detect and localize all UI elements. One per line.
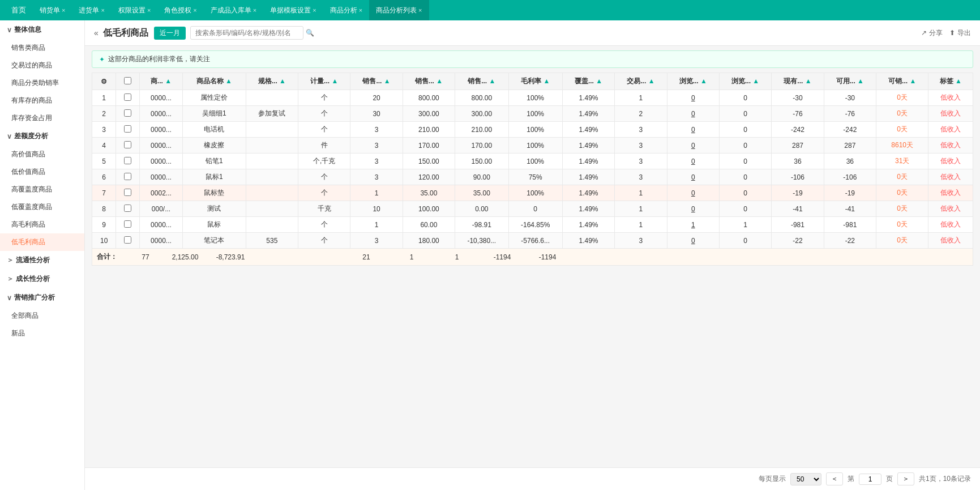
nav-permission[interactable]: 权限设置 × <box>112 0 157 20</box>
row-checkbox[interactable] <box>124 141 131 148</box>
row-v5: 1.49% <box>562 217 614 233</box>
sidebar-collapse-button[interactable]: « <box>94 28 99 37</box>
row-browse-link[interactable]: 0 <box>691 173 695 181</box>
row-checkbox[interactable] <box>124 204 131 212</box>
sidebar-item-high-value[interactable]: 高价值商品 <box>0 146 84 163</box>
col-coverage[interactable]: 覆盖... ▲ <box>562 73 614 90</box>
sidebar-item-category-rate[interactable]: 商品分类助销率 <box>0 74 84 92</box>
row-checkbox[interactable] <box>124 93 131 101</box>
row-browse-link[interactable]: 0 <box>691 237 695 245</box>
nav-purchase[interactable]: 进货单 × <box>72 0 111 20</box>
nav-analysis-list-close[interactable]: × <box>418 7 422 14</box>
nav-sales-close[interactable]: × <box>62 7 65 14</box>
sidebar-section-value[interactable]: ∨ 差额度分析 <box>0 127 84 146</box>
col-saleable[interactable]: 可销... ▲ <box>876 73 928 90</box>
row-v10: -22 <box>824 233 876 249</box>
sidebar-item-high-margin[interactable]: 高毛利商品 <box>0 216 84 233</box>
sidebar-item-low-coverage[interactable]: 低覆盖度商品 <box>0 198 84 216</box>
export-button[interactable]: ⬆ 导出 <box>949 28 971 38</box>
row-browse-link[interactable]: 0 <box>691 157 695 165</box>
per-page-select[interactable]: 50 100 200 <box>790 473 821 485</box>
row-v6: 3 <box>615 138 667 154</box>
nav-sales[interactable]: 销货单 × <box>33 0 72 20</box>
nav-product-entry-close[interactable]: × <box>253 7 256 14</box>
row-browse-link[interactable]: 1 <box>691 221 695 229</box>
row-browse-link[interactable]: 0 <box>691 142 695 150</box>
col-margin-rate[interactable]: 毛利率 ▲ <box>508 73 562 90</box>
row-browse-link[interactable]: 0 <box>691 126 695 134</box>
nav-home[interactable]: 首页 <box>5 0 33 20</box>
sidebar-section-marketing[interactable]: ∨ 营销推广分析 <box>0 288 84 307</box>
row-checkbox[interactable] <box>124 220 131 228</box>
row-checkbox[interactable] <box>124 125 131 133</box>
row-browse-link[interactable]: 0 <box>691 110 695 118</box>
sidebar-item-high-coverage[interactable]: 高覆盖度商品 <box>0 181 84 198</box>
row-checkbox[interactable] <box>124 189 131 196</box>
col-transaction[interactable]: 交易... ▲ <box>615 73 667 90</box>
sidebar-item-capital[interactable]: 库存资金占用 <box>0 109 84 127</box>
share-button[interactable]: ↗ 分享 <box>921 28 943 38</box>
row-browse-link[interactable]: 0 <box>691 189 695 197</box>
nav-template-close[interactable]: × <box>313 7 316 14</box>
sidebar-section-growth[interactable]: ＞ 成长性分析 <box>0 270 84 288</box>
row-v11: 0天 <box>876 201 928 217</box>
nav-product-entry[interactable]: 产成品入库单 × <box>204 0 263 20</box>
row-v6: 3 <box>615 122 667 138</box>
col-sales3[interactable]: 销售... ▲ <box>455 73 508 90</box>
row-browse-link[interactable]: 0 <box>691 205 695 213</box>
col-sales2[interactable]: 销售... ▲ <box>403 73 455 90</box>
sidebar-section-circulation[interactable]: ＞ 流通性分析 <box>0 251 84 270</box>
next-page-button[interactable]: ＞ <box>897 472 914 485</box>
col-view1[interactable]: 浏览... ▲ <box>667 73 719 90</box>
col-tag[interactable]: 标签 ▲ <box>928 73 973 90</box>
row-tag: 低收入 <box>928 154 973 169</box>
total-pages-label: 共1页，10条记录 <box>919 474 971 484</box>
nav-role[interactable]: 角色授权 × <box>157 0 203 20</box>
col-sales1[interactable]: 销售... ▲ <box>350 73 403 90</box>
search-input[interactable] <box>190 26 303 40</box>
sidebar-item-in-stock[interactable]: 有库存的商品 <box>0 92 84 109</box>
page-input[interactable] <box>859 474 881 485</box>
row-checkbox[interactable] <box>124 157 131 164</box>
col-spec[interactable]: 规格... ▲ <box>246 73 298 90</box>
col-current[interactable]: 现有... ▲ <box>772 73 824 90</box>
row-v8: 0 <box>719 201 771 217</box>
sidebar-item-low-margin[interactable]: 低毛利商品 <box>0 233 84 251</box>
col-view2[interactable]: 浏览... ▲ <box>719 73 771 90</box>
col-unit[interactable]: 计量... ▲ <box>298 73 350 90</box>
row-v3: 0.00 <box>455 201 508 217</box>
row-checkbox[interactable] <box>124 236 131 244</box>
nav-product-analysis-close[interactable]: × <box>359 7 362 14</box>
sidebar-item-new-goods[interactable]: 新品 <box>0 325 84 342</box>
row-checkbox[interactable] <box>124 109 131 117</box>
content-header: « 低毛利商品 近一月 🔍 ↗ 分享 ⬆ 导出 <box>85 20 980 46</box>
col-code[interactable]: 商... ▲ <box>140 73 183 90</box>
nav-template[interactable]: 单据模板设置 × <box>263 0 323 20</box>
prev-page-button[interactable]: ＜ <box>826 472 843 485</box>
filter-month-button[interactable]: 近一月 <box>154 27 186 40</box>
col-name[interactable]: 商品名称 ▲ <box>182 73 246 90</box>
sidebar-item-traded[interactable]: 交易过的商品 <box>0 57 84 74</box>
nav-permission-close[interactable]: × <box>147 7 151 14</box>
row-v10: -981 <box>824 217 876 233</box>
sidebar-section-overall[interactable]: ∨ 整体信息 <box>0 20 84 39</box>
row-browse-link[interactable]: 0 <box>691 94 695 102</box>
nav-purchase-close[interactable]: × <box>101 7 104 14</box>
sidebar-item-low-value[interactable]: 低价值商品 <box>0 163 84 181</box>
sidebar-item-sales-goods[interactable]: 销售类商品 <box>0 39 84 57</box>
row-checkbox[interactable] <box>124 173 131 180</box>
section-arrow-overall: ∨ <box>7 26 12 34</box>
select-all-checkbox[interactable] <box>124 77 131 84</box>
table-row: 100000...笔记本535个3180.00-10,380...-5766.6… <box>92 233 973 249</box>
row-v4: 100% <box>508 154 562 169</box>
nav-analysis-list[interactable]: 商品分析列表 × <box>369 0 429 20</box>
row-v7: 0 <box>667 201 719 217</box>
sidebar-item-all-goods[interactable]: 全部商品 <box>0 307 84 325</box>
table-row: 8000/...测试千克10100.000.0001.49%100-41-410… <box>92 201 973 217</box>
search-icon[interactable]: 🔍 <box>306 29 314 37</box>
col-settings[interactable]: ⚙ <box>92 73 116 90</box>
col-available[interactable]: 可用... ▲ <box>824 73 876 90</box>
nav-role-close[interactable]: × <box>193 7 196 14</box>
nav-product-analysis[interactable]: 商品分析 × <box>323 0 369 20</box>
footer-v7: 1 <box>389 253 434 261</box>
